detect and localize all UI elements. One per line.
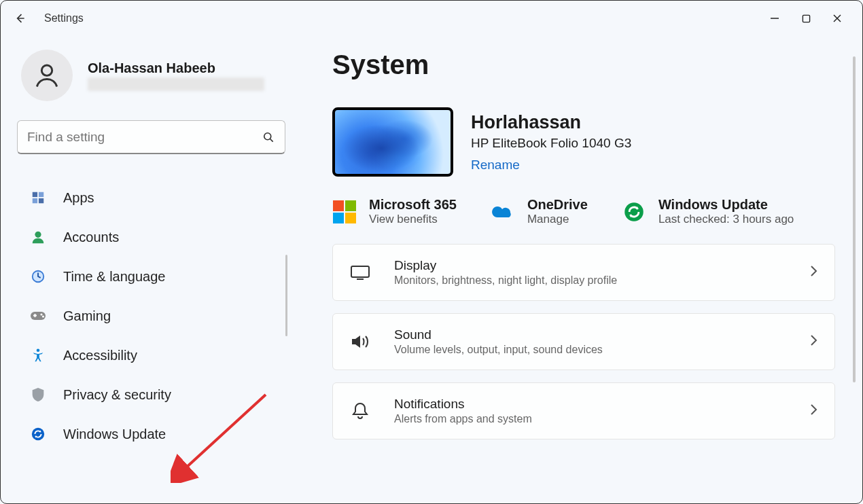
main-content: System Horlahassan HP EliteBook Folio 10… (300, 36, 862, 504)
svg-rect-8 (39, 192, 43, 197)
svg-rect-7 (33, 192, 37, 197)
card-title: Notifications (394, 397, 786, 412)
device-wallpaper-thumbnail[interactable] (332, 107, 453, 177)
sidebar-item-label: Time & language (63, 269, 165, 285)
svg-rect-1 (803, 15, 809, 22)
svg-line-6 (270, 139, 273, 141)
page-title: System (332, 50, 839, 80)
sidebar-item-time-language[interactable]: Time & language (17, 260, 283, 293)
tile-subtitle: View benefits (369, 213, 457, 226)
nav: Apps Accounts Time & language Gaming (17, 181, 283, 450)
user-name: Ola-Hassan Habeeb (88, 60, 264, 76)
back-arrow-icon (13, 12, 27, 25)
minimize-icon (770, 14, 779, 23)
card-display[interactable]: Display Monitors, brightness, night ligh… (332, 244, 835, 301)
svg-point-14 (40, 313, 42, 315)
app-title: Settings (44, 12, 84, 24)
card-notifications[interactable]: Notifications Alerts from apps and syste… (332, 382, 835, 439)
bell-icon (349, 400, 371, 422)
sound-icon (349, 331, 371, 353)
maximize-icon (802, 14, 811, 23)
accounts-icon (29, 228, 47, 246)
gaming-icon (29, 307, 47, 325)
tile-subtitle: Last checked: 3 hours ago (658, 213, 794, 226)
device-model: HP EliteBook Folio 1040 G3 (471, 136, 631, 151)
sidebar-item-accounts[interactable]: Accounts (17, 221, 283, 253)
svg-rect-21 (351, 266, 369, 277)
tile-title: OneDrive (527, 197, 588, 213)
card-subtitle: Volume levels, output, input, sound devi… (394, 344, 786, 356)
sidebar-item-label: Gaming (63, 308, 111, 324)
sidebar-item-apps[interactable]: Apps (17, 181, 283, 214)
sidebar-item-label: Apps (63, 190, 94, 206)
window-maximize-button[interactable] (790, 7, 822, 29)
tile-microsoft-365[interactable]: Microsoft 365 View benefits (332, 197, 457, 226)
sidebar-item-label: Windows Update (63, 427, 166, 442)
sidebar-item-label: Privacy & security (63, 387, 171, 403)
back-button[interactable] (10, 9, 29, 28)
sidebar-scrollbar[interactable] (285, 255, 287, 336)
accessibility-icon (29, 346, 47, 364)
svg-rect-10 (39, 198, 43, 203)
svg-point-18 (37, 348, 40, 352)
person-icon (32, 60, 62, 90)
onedrive-cloud-icon (491, 200, 515, 224)
tile-windows-update[interactable]: Windows Update Last checked: 3 hours ago (622, 197, 794, 226)
sidebar-item-windows-update[interactable]: Windows Update (17, 418, 283, 450)
sidebar: Ola-Hassan Habeeb Apps Accounts (1, 36, 300, 504)
svg-rect-9 (33, 198, 37, 203)
svg-rect-17 (35, 314, 36, 317)
svg-point-15 (42, 315, 44, 317)
card-title: Display (394, 258, 786, 273)
svg-point-20 (624, 202, 644, 221)
tile-title: Windows Update (658, 197, 794, 213)
tile-onedrive[interactable]: OneDrive Manage (491, 197, 588, 226)
tile-title: Microsoft 365 (369, 197, 457, 213)
sidebar-item-privacy-security[interactable]: Privacy & security (17, 378, 283, 411)
card-subtitle: Alerts from apps and system (394, 413, 786, 425)
device-info-row: Horlahassan HP EliteBook Folio 1040 G3 R… (332, 107, 839, 177)
search-input[interactable] (27, 130, 262, 145)
card-subtitle: Monitors, brightness, night light, displ… (394, 274, 786, 287)
chevron-right-icon (809, 403, 818, 419)
shield-icon (29, 386, 47, 403)
apps-icon (29, 189, 47, 206)
clock-globe-icon (29, 268, 47, 285)
svg-point-19 (32, 428, 44, 440)
microsoft-logo-icon (332, 200, 357, 224)
display-icon (349, 262, 371, 283)
card-sound[interactable]: Sound Volume levels, output, input, soun… (332, 313, 835, 370)
titlebar: Settings (1, 1, 862, 36)
user-email-redacted (88, 77, 264, 91)
chevron-right-icon (809, 264, 818, 281)
svg-point-5 (264, 132, 271, 139)
device-name: Horlahassan (471, 112, 631, 133)
card-title: Sound (394, 327, 786, 342)
update-icon (29, 425, 47, 443)
chevron-right-icon (809, 334, 818, 350)
search-box[interactable] (17, 120, 285, 154)
sidebar-item-gaming[interactable]: Gaming (17, 300, 283, 332)
window-close-button[interactable] (822, 7, 853, 29)
main-scrollbar[interactable] (853, 56, 856, 382)
device-rename-link[interactable]: Rename (471, 158, 631, 173)
avatar (21, 50, 73, 101)
search-icon (262, 130, 275, 144)
close-icon (832, 14, 842, 23)
svg-point-11 (35, 232, 41, 238)
tile-subtitle: Manage (527, 213, 588, 226)
status-tiles: Microsoft 365 View benefits OneDrive Man… (332, 197, 839, 226)
user-account-row[interactable]: Ola-Hassan Habeeb (17, 50, 283, 101)
window-minimize-button[interactable] (759, 7, 790, 29)
sidebar-item-label: Accessibility (63, 348, 137, 363)
update-icon (622, 200, 646, 224)
sidebar-item-accessibility[interactable]: Accessibility (17, 339, 283, 372)
sidebar-item-label: Accounts (63, 230, 119, 245)
settings-cards: Display Monitors, brightness, night ligh… (332, 244, 839, 439)
svg-point-4 (41, 65, 52, 75)
